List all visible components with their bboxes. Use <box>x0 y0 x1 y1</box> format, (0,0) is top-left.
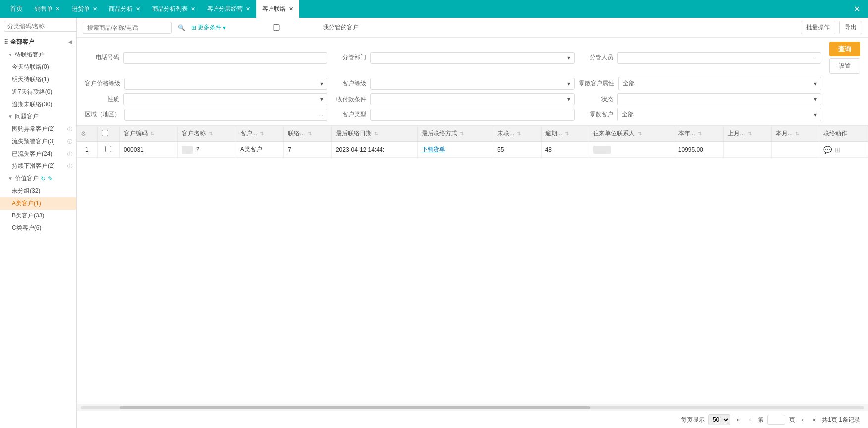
batch-op-button[interactable]: 批量操作 <box>801 21 835 34</box>
field-customer-level: 客户等级 ▾ <box>331 78 574 90</box>
query-button[interactable]: 查询 <box>829 42 860 56</box>
select-all-checkbox[interactable] <box>102 130 108 136</box>
col-overdue[interactable]: 逾期... ⇅ <box>541 126 589 142</box>
status-select[interactable]: ▾ <box>617 93 821 105</box>
nav-customer-segment[interactable]: 客户分层经营 ✕ <box>201 0 256 18</box>
chevron-down-icon5: ▾ <box>814 80 817 87</box>
per-page-select[interactable]: 50 <box>708 414 730 425</box>
adv-filter-row-1: 电话号码 分管部门 ▾ 分管人员 ··· <box>85 42 860 74</box>
export-button[interactable]: 导出 <box>839 21 862 34</box>
filter-search-icon[interactable]: 🔍 <box>178 24 185 31</box>
sidebar-item-tomorrow[interactable]: 明天待联络(1) <box>0 73 76 86</box>
field-status: 状态 ▾ <box>579 93 821 105</box>
retail-attr-select[interactable]: 全部 ▾ <box>618 77 821 90</box>
sidebar-search-input[interactable] <box>4 21 77 32</box>
table-header-row: ⚙ 客户编码 ⇅ 客户名称 ⇅ 客户... <box>77 126 868 142</box>
col-contact-person[interactable]: 往来单位联系人 ⇅ <box>589 126 674 142</box>
col-contact[interactable]: 联络... ⇅ <box>284 126 332 142</box>
retail-customer-select[interactable]: 全部 ▾ <box>617 108 821 121</box>
first-page-btn[interactable]: « <box>734 415 743 424</box>
field-retail-attr: 零散客户属性 全部 ▾ <box>579 77 821 90</box>
gear-icon[interactable]: ⚙ <box>81 130 86 137</box>
prev-page-btn[interactable]: ‹ <box>747 415 754 424</box>
nav-home[interactable]: 首页 <box>4 4 29 13</box>
close-all-tabs[interactable]: ✕ <box>850 4 864 14</box>
col-last-date[interactable]: 最后联络日期 ⇅ <box>331 126 417 142</box>
chevron-down-icon4: ▾ <box>567 80 570 87</box>
dept-select[interactable]: ▾ <box>370 52 574 64</box>
sidebar-item-churned[interactable]: 已流失客户(24) ⓘ <box>0 148 76 160</box>
customer-type-input[interactable] <box>370 109 574 121</box>
sidebar-all-customers[interactable]: ⠿ 全部客户 ◀ <box>0 35 76 49</box>
col-this-month[interactable]: 本月... ⇅ <box>771 126 819 142</box>
sort-icon4: ⇅ <box>308 131 312 136</box>
nav-purchase[interactable]: 进货单 ✕ <box>66 0 103 18</box>
col-last-month[interactable]: 上月... ⇅ <box>724 126 772 142</box>
close-goods-tab[interactable]: ✕ <box>136 6 140 12</box>
sidebar-item-churn-warning[interactable]: 流失预警客户(3) ⓘ <box>0 135 76 148</box>
col-code[interactable]: 客户编码 ⇅ <box>119 126 178 142</box>
row-actions: 💬 ⊞ <box>819 142 868 158</box>
edit-icon[interactable]: ✎ <box>48 175 53 182</box>
settings-button[interactable]: 设置 <box>829 58 860 74</box>
close-contact-tab[interactable]: ✕ <box>289 6 293 12</box>
sidebar-item-today[interactable]: 今天待联络(0) <box>0 61 76 73</box>
sidebar-value-header[interactable]: ▼ 价值客户 ↻ ✎ <box>0 172 76 185</box>
col-not-contact[interactable]: 未联... ⇅ <box>493 126 542 142</box>
refresh-icon[interactable]: ↻ <box>41 175 46 182</box>
nav-customer-contact[interactable]: 客户联络 ✕ <box>256 0 299 18</box>
content-area: 🔍 ⊞ 更多条件 ▾ 我分管的客户 批量操作 导出 <box>77 18 868 428</box>
sort-icon7: ⇅ <box>517 131 521 136</box>
more-conditions-btn[interactable]: ⊞ 更多条件 ▾ <box>191 23 226 32</box>
nature-select[interactable]: ▾ <box>123 93 327 105</box>
row-select-checkbox[interactable] <box>105 146 111 152</box>
sidebar-item-unclassified[interactable]: 未分组(32) <box>0 185 76 197</box>
sidebar-item-7days[interactable]: 近7天待联络(0) <box>0 86 76 98</box>
col-gear[interactable]: ⚙ <box>77 126 97 142</box>
chat-icon[interactable]: 💬 <box>823 146 832 154</box>
page-number-input[interactable]: 1 <box>767 415 785 425</box>
nav-sales[interactable]: 销售单 ✕ <box>29 0 66 18</box>
nav-goods-analysis[interactable]: 商品分析 ✕ <box>103 0 146 18</box>
row-last-method[interactable]: 下销货单 <box>417 142 493 158</box>
region-select[interactable]: ··· <box>124 109 327 121</box>
sidebar-problem-header[interactable]: ▼ 问题客户 <box>0 110 76 123</box>
price-level-select[interactable]: ▾ <box>124 78 327 90</box>
customer-level-select[interactable]: ▾ <box>370 78 574 90</box>
field-customer-type: 客户类型 <box>331 109 574 121</box>
person-select[interactable]: ··· <box>617 52 821 64</box>
adv-filter-row-4: 区域（地区） ··· 客户类型 零散客户 全部 <box>85 108 860 121</box>
my-customers-filter: 我分管的客户 <box>232 23 359 32</box>
col-last-method[interactable]: 最后联络方式 ⇅ <box>417 126 493 142</box>
last-page-btn[interactable]: » <box>810 415 818 424</box>
close-purchase-tab[interactable]: ✕ <box>93 6 97 12</box>
chevron-down-icon7: ▾ <box>567 96 570 103</box>
sort-icon5: ⇅ <box>374 131 378 136</box>
col-name[interactable]: 客户名称 ⇅ <box>178 126 236 142</box>
row-this-month <box>771 142 819 158</box>
chevron-down-icon3: ▾ <box>320 80 323 87</box>
sidebar-item-a-class[interactable]: A类客户(1) <box>0 197 76 210</box>
payment-select[interactable]: ▾ <box>370 93 574 105</box>
search-input[interactable] <box>83 22 172 34</box>
sidebar-item-hoarding[interactable]: 囤购异常客户(2) ⓘ <box>0 123 76 135</box>
close-sales-tab[interactable]: ✕ <box>55 6 60 12</box>
sidebar-item-overdue[interactable]: 逾期未联络(30) <box>0 98 76 110</box>
next-page-btn[interactable]: › <box>799 415 806 424</box>
nav-goods-analysis-list[interactable]: 商品分析列表 ✕ <box>146 0 201 18</box>
sidebar-item-c-class[interactable]: C类客户(6) <box>0 222 76 234</box>
grid-action-icon[interactable]: ⊞ <box>835 146 841 154</box>
field-dept: 分管部门 ▾ <box>331 52 574 64</box>
sidebar-pending-header[interactable]: ▼ 待联络客户 <box>0 49 76 61</box>
scrollbar-thumb <box>120 406 590 409</box>
close-segment-tab[interactable]: ✕ <box>246 6 250 12</box>
my-customers-checkbox[interactable] <box>232 24 321 31</box>
phone-input[interactable] <box>123 52 327 64</box>
collapse-icon[interactable]: ◀ <box>68 39 72 45</box>
col-this-year[interactable]: 本年... ⇅ <box>674 126 724 142</box>
close-goods-list-tab[interactable]: ✕ <box>191 6 195 12</box>
sidebar-item-declining[interactable]: 持续下滑客户(2) ⓘ <box>0 160 76 172</box>
col-type[interactable]: 客户... ⇅ <box>236 126 284 142</box>
horizontal-scrollbar[interactable] <box>77 404 868 411</box>
sidebar-item-b-class[interactable]: B类客户(33) <box>0 210 76 222</box>
